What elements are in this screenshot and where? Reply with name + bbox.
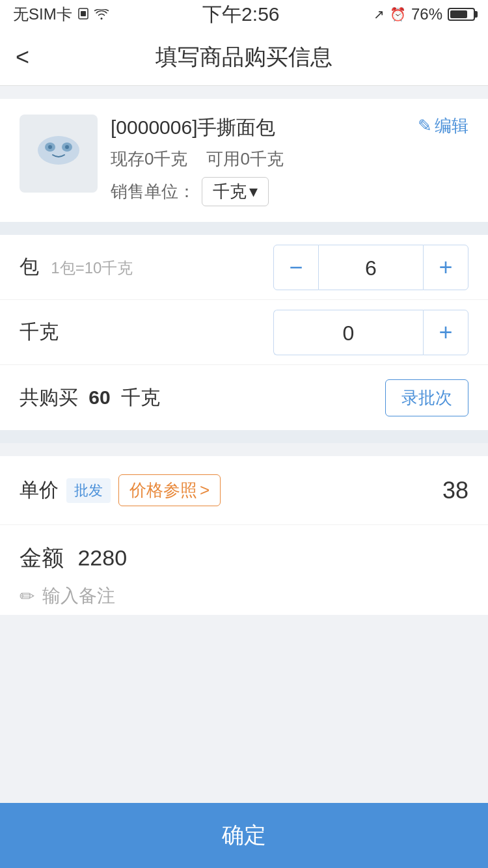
kg-input-row: 千克 0 + xyxy=(0,300,488,365)
sim-card-icon xyxy=(77,5,89,23)
alarm-icon: ⏰ xyxy=(390,7,406,22)
price-value: 38 xyxy=(442,477,468,504)
total-text: 共购买 60 千克 xyxy=(20,385,385,411)
carrier-text: 无SIM卡 xyxy=(13,4,72,25)
batch-button[interactable]: 录批次 xyxy=(385,379,468,416)
remark-placeholder: 输入备注 xyxy=(42,584,115,608)
price-section: 单价 批发 价格参照 > 38 xyxy=(0,456,488,525)
pencil-icon: ✏ xyxy=(20,586,34,607)
edit-button[interactable]: ✎ 编辑 xyxy=(418,115,468,137)
bag-minus-button[interactable]: − xyxy=(273,245,319,290)
total-row: 共购买 60 千克 录批次 xyxy=(0,365,488,430)
kg-plus-button[interactable]: + xyxy=(423,310,468,355)
battery-percent: 76% xyxy=(411,5,442,23)
status-left: 无SIM卡 xyxy=(13,4,109,25)
svg-point-5 xyxy=(48,145,52,149)
amount-value: 2280 xyxy=(77,545,127,570)
wifi-icon xyxy=(94,5,109,23)
bag-input-row: 包 1包=10千克 − 6 + xyxy=(0,235,488,300)
product-thumbnail xyxy=(20,115,98,193)
bag-label: 包 1包=10千克 xyxy=(20,254,273,280)
input-section: 包 1包=10千克 − 6 + 千克 0 + 共购买 60 千克 录批次 xyxy=(0,235,488,430)
confirm-button[interactable]: 确定 xyxy=(0,803,488,868)
bag-value[interactable]: 6 xyxy=(319,245,423,290)
product-logo-icon xyxy=(36,134,81,174)
amount-section: 金额 2280 ✏ 输入备注 xyxy=(0,525,488,615)
bag-plus-button[interactable]: + xyxy=(423,245,468,290)
separator-1 xyxy=(0,222,488,235)
price-reference-button[interactable]: 价格参照 > xyxy=(118,474,221,506)
product-card: [0000006]手撕面包 现存0千克 可用0千克 销售单位： 千克 ▾ ✎ 编… xyxy=(0,99,488,222)
separator-2 xyxy=(0,430,488,443)
product-name: [0000006]手撕面包 xyxy=(111,115,468,141)
status-time: 下午2:56 xyxy=(202,1,279,28)
status-right: ↗ ⏰ 76% xyxy=(373,5,475,23)
back-button[interactable]: < xyxy=(16,44,29,71)
bag-hint: 1包=10千克 xyxy=(51,259,133,277)
edit-icon: ✎ xyxy=(418,116,432,136)
product-stock: 现存0千克 可用0千克 xyxy=(111,148,468,170)
price-type-tag: 批发 xyxy=(66,478,111,503)
svg-point-6 xyxy=(65,145,69,149)
unit-select[interactable]: 千克 ▾ xyxy=(202,177,269,206)
location-icon: ↗ xyxy=(373,7,385,22)
bag-stepper: − 6 + xyxy=(273,245,468,290)
remark-row[interactable]: ✏ 输入备注 xyxy=(20,584,468,608)
amount-row: 金额 2280 xyxy=(20,543,468,573)
kg-stepper: 0 + xyxy=(273,310,468,355)
product-info: [0000006]手撕面包 现存0千克 可用0千克 销售单位： 千克 ▾ xyxy=(111,115,468,206)
arrow-right-icon: > xyxy=(200,480,210,500)
dropdown-icon: ▾ xyxy=(249,182,258,202)
price-label: 单价 xyxy=(20,477,59,504)
battery-icon xyxy=(448,8,475,21)
kg-label: 千克 xyxy=(20,319,273,346)
product-unit-row: 销售单位： 千克 ▾ xyxy=(111,177,468,206)
kg-value[interactable]: 0 xyxy=(273,310,423,355)
nav-bar: < 填写商品购买信息 xyxy=(0,29,488,86)
page-title: 填写商品购买信息 xyxy=(156,42,332,72)
status-bar: 无SIM卡 下午2:56 ↗ ⏰ 76% xyxy=(0,0,488,29)
total-value: 60 xyxy=(88,387,110,408)
svg-point-2 xyxy=(38,136,79,165)
svg-rect-1 xyxy=(81,11,86,16)
